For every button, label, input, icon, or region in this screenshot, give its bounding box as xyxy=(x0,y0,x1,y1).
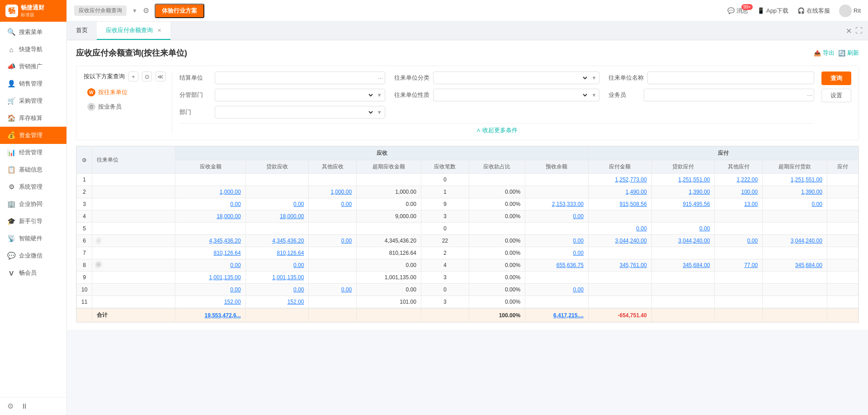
collapse-button[interactable]: ∧ 收起更多条件 xyxy=(476,127,518,134)
query-option-by-partner[interactable]: W 按往来单位 xyxy=(84,86,165,99)
row-loan-receivable[interactable]: 1,001,135.00 xyxy=(245,272,309,284)
row-payable-amount[interactable]: 3,044,240.00 xyxy=(588,235,651,247)
row-other-payable[interactable]: 1,222.00 xyxy=(715,174,763,186)
row-loan-receivable[interactable]: 152.00 xyxy=(245,296,309,309)
promo-button[interactable]: 体验行业方案 xyxy=(155,4,204,18)
row-overdue-payable[interactable]: 1,251,551.00 xyxy=(763,174,827,186)
tab-close-window-icon[interactable]: ✕ xyxy=(846,27,852,35)
sidebar-item-purchase[interactable]: 🛒 采购管理 xyxy=(0,92,66,110)
sidebar-item-operations[interactable]: 📊 经营管理 xyxy=(0,144,66,161)
row-other-receivable[interactable]: 1,000.00 xyxy=(309,186,357,198)
row-receivable-amount[interactable]: 18,000.00 xyxy=(175,210,245,223)
pause-icon[interactable]: ⏸ xyxy=(21,402,28,410)
row-prepaid-balance[interactable]: 0.00 xyxy=(525,284,589,296)
row-receivable-amount[interactable]: 1,001,135.00 xyxy=(175,272,245,284)
row-prepaid-balance[interactable]: 0.00 xyxy=(525,210,589,223)
row-receivable-amount[interactable]: 1,000.00 xyxy=(175,186,245,198)
row-loan-receivable[interactable]: 810,126.64 xyxy=(245,247,309,259)
service-button[interactable]: 🎧 在线客服 xyxy=(797,7,830,15)
query-button[interactable]: 查询 xyxy=(821,72,851,85)
row-loan-payable[interactable]: 0.00 xyxy=(651,223,715,235)
tab-close-icon[interactable]: ✕ xyxy=(157,28,161,33)
topbar-gear-icon[interactable]: ⚙ xyxy=(143,6,149,15)
row-loan-payable[interactable]: 915,495.56 xyxy=(651,198,715,210)
row-loan-payable[interactable]: 345,684.00 xyxy=(651,259,715,272)
sidebar-item-inventory[interactable]: 🏠 库存核算 xyxy=(0,110,66,127)
row-prepaid-balance[interactable]: 0.00 xyxy=(525,235,589,247)
row-loan-receivable[interactable]: 4,345,436.20 xyxy=(245,235,309,247)
salesperson-more-icon[interactable]: ··· xyxy=(807,91,812,99)
topbar-dropdown-arrow[interactable]: ▼ xyxy=(132,8,137,14)
sidebar-item-sales[interactable]: 👤 销售管理 xyxy=(0,75,66,92)
department-select[interactable] xyxy=(215,106,374,118)
sidebar-item-marketing[interactable]: 📣 营销推广 xyxy=(0,58,66,75)
dept-select[interactable] xyxy=(215,89,374,101)
sidebar-item-search-menu[interactable]: 🔍 搜索菜单 xyxy=(0,24,66,41)
total-prepaid-balance[interactable]: 6,417,215.... xyxy=(525,308,589,322)
row-loan-receivable[interactable]: 18,000.00 xyxy=(245,210,309,223)
row-receivable-amount[interactable]: 0.00 xyxy=(175,284,245,296)
row-payable-amount[interactable]: 915,508.56 xyxy=(588,198,651,210)
row-prepaid-balance[interactable]: 2,153,333.00 xyxy=(525,198,589,210)
row-payable-amount[interactable]: 0.00 xyxy=(588,223,651,235)
row-other-payable[interactable]: 77.00 xyxy=(715,259,763,272)
row-prepaid-balance[interactable]: 655,636.75 xyxy=(525,259,589,272)
tab-receivable[interactable]: 应收应付余额查询 ✕ xyxy=(97,22,170,40)
row-other-receivable[interactable]: 0.00 xyxy=(309,198,357,210)
row-receivable-amount[interactable]: 4,345,436.20 xyxy=(175,235,245,247)
row-loan-payable[interactable]: 3,044,240.00 xyxy=(651,235,715,247)
app-download-button[interactable]: 📱 App下载 xyxy=(757,7,788,15)
row-payable-amount[interactable]: 345,761.00 xyxy=(588,259,651,272)
row-payable-amount[interactable]: 1,490.00 xyxy=(588,186,651,198)
tab-home[interactable]: 首页 xyxy=(67,22,97,40)
row-other-payable[interactable]: 100.00 xyxy=(715,186,763,198)
message-button[interactable]: 💬 消息 99+ xyxy=(727,7,748,15)
sidebar-item-member[interactable]: V 畅会员 xyxy=(0,264,66,281)
edit-scheme-button[interactable]: ⊙ xyxy=(142,72,152,81)
row-other-receivable[interactable]: 0.00 xyxy=(309,284,357,296)
sidebar-item-system[interactable]: ⚙ 系统管理 xyxy=(0,178,66,196)
sidebar-item-quick-nav[interactable]: ⌂ 快捷导航 xyxy=(0,41,66,58)
collapse-scheme-button[interactable]: ≪ xyxy=(156,72,165,81)
table-settings-header[interactable]: ⚙ xyxy=(77,147,92,174)
tab-maximize-icon[interactable]: ⛶ xyxy=(855,27,863,35)
row-payable-amount[interactable]: 1,252,773.00 xyxy=(588,174,651,186)
row-loan-receivable[interactable]: 0.00 xyxy=(245,259,309,272)
partner-category-select[interactable] xyxy=(434,72,589,84)
add-scheme-button[interactable]: + xyxy=(128,72,138,81)
row-receivable-amount[interactable]: 0.00 xyxy=(175,198,245,210)
total-receivable-amount[interactable]: 19,553,472,6... xyxy=(175,308,245,322)
refresh-button[interactable]: 🔄 刷新 xyxy=(838,49,859,57)
row-loan-receivable[interactable]: 0.00 xyxy=(245,284,309,296)
row-other-receivable[interactable]: 0.00 xyxy=(309,235,357,247)
query-option-by-salesperson[interactable]: ⏱ 按业务员 xyxy=(84,100,165,113)
settlement-unit-more-icon[interactable]: ··· xyxy=(378,74,383,81)
salesperson-input[interactable] xyxy=(644,89,814,101)
row-receivable-amount[interactable]: 152.00 xyxy=(175,296,245,309)
sidebar-item-hardware[interactable]: 📡 智能硬件 xyxy=(0,230,66,247)
settlement-unit-input[interactable] xyxy=(215,72,385,84)
row-receivable-amount[interactable]: 0.00 xyxy=(175,259,245,272)
export-button[interactable]: 📤 导出 xyxy=(814,49,835,57)
partner-nature-select[interactable] xyxy=(434,89,589,101)
settings-button[interactable]: 设置 xyxy=(821,89,851,102)
row-overdue-payable[interactable]: 345,684.00 xyxy=(763,259,827,272)
settings-icon[interactable]: ⚙ xyxy=(7,402,14,410)
row-receivable-amount[interactable]: 810,126.64 xyxy=(175,247,245,259)
row-overdue-payable[interactable]: 0.00 xyxy=(763,198,827,210)
row-prepaid-balance[interactable]: 0.00 xyxy=(525,247,589,259)
sidebar-item-enterprise[interactable]: 🏢 企业协同 xyxy=(0,196,66,213)
row-overdue-payable[interactable]: 3,044,240.00 xyxy=(763,235,827,247)
partner-name-input[interactable] xyxy=(647,72,814,84)
row-other-payable[interactable]: 13.00 xyxy=(715,198,763,210)
row-loan-receivable[interactable]: 0.00 xyxy=(245,198,309,210)
row-loan-payable[interactable]: 1,251,551.00 xyxy=(651,174,715,186)
row-loan-payable[interactable]: 1,390.00 xyxy=(651,186,715,198)
sidebar-item-guide[interactable]: 🎓 新手引导 xyxy=(0,213,66,230)
sidebar-item-wechat[interactable]: 💬 企业微信 xyxy=(0,247,66,264)
sidebar-item-capital[interactable]: 💰 资金管理 xyxy=(0,127,66,144)
row-other-payable[interactable]: 0.00 xyxy=(715,235,763,247)
sidebar-item-base-info[interactable]: 📋 基础信息 xyxy=(0,161,66,178)
user-profile[interactable]: Rit xyxy=(839,5,861,17)
row-overdue-payable[interactable]: 1,390.00 xyxy=(763,186,827,198)
